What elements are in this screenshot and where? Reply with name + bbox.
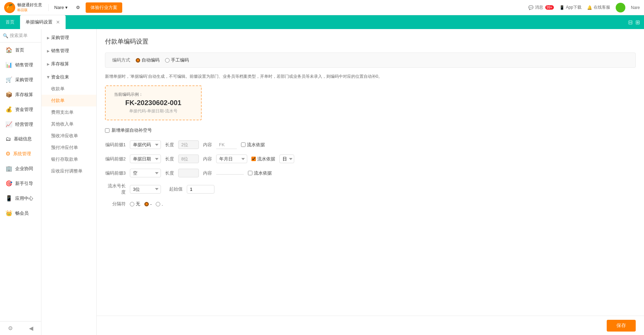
sidebar-item-finance[interactable]: 💰 资金管理 — [0, 102, 41, 117]
save-button[interactable]: 保存 — [607, 320, 636, 332]
sub-item-receipt[interactable]: 收款单 — [41, 83, 96, 95]
auto-encode-radio[interactable] — [136, 58, 140, 63]
online-service-btn[interactable]: 🔔 在线客服 — [587, 4, 610, 10]
prefix2-content-select[interactable]: 年月日 年月 年 — [216, 155, 247, 163]
auto-fill-checkbox[interactable] — [105, 128, 109, 133]
sub-item-prepay-pay[interactable]: 预付冲应付单 — [41, 142, 96, 153]
separator-dot-option[interactable]: . — [156, 202, 163, 207]
manual-encode-option[interactable]: 手工编码 — [165, 57, 189, 63]
prefix3-row: 编码前缀3 空 单据代码 单据日期 长度 内容 流水依据 — [105, 169, 636, 177]
prefix1-liushui-item[interactable]: 流水依据 — [241, 142, 265, 148]
separator-row: 分隔符 无 - . — [105, 201, 636, 207]
app-download-btn[interactable]: 📱 App下载 — [559, 4, 581, 10]
sub-item-expense[interactable]: 费用支出单 — [41, 106, 96, 118]
prefix1-select[interactable]: 单据代码 单据日期 空 — [130, 140, 161, 149]
message-badge: 99+ — [545, 5, 554, 10]
tab-home[interactable]: 首页 — [0, 15, 20, 29]
prefix1-content-label: 内容 — [203, 142, 212, 148]
prefix2-select[interactable]: 单据日期 单据代码 空 — [130, 155, 161, 163]
separator-dash-option[interactable]: - — [144, 202, 152, 207]
prefix3-liushui-checkbox[interactable] — [248, 171, 252, 175]
sidebar-item-business[interactable]: 📈 经营管理 — [0, 117, 41, 132]
separator-none-radio[interactable] — [130, 202, 134, 206]
sub-item-bank-deposit-label: 银行存取款单 — [51, 157, 78, 162]
sidebar-search[interactable]: 🔍 搜索菜单 — [0, 29, 41, 43]
sidebar-item-basic-label: 基础信息 — [14, 136, 32, 142]
prefix2-label: 编码前缀2 — [105, 156, 126, 162]
auto-encode-option[interactable]: 自动编码 — [136, 57, 160, 63]
workspace-dropdown[interactable]: Nare ▾ — [51, 3, 70, 11]
content-inner: 付款单编码设置 编码方式 自动编码 手工编码 新增单据时，'单据编码'自动生成，… — [97, 29, 644, 335]
prefix1-length-label: 长度 — [165, 142, 174, 148]
sidebar-item-system-label: 系统管理 — [13, 151, 31, 157]
separator-dot-radio[interactable] — [156, 202, 160, 206]
sidebar-item-sales[interactable]: 📊 销售管理 — [0, 57, 41, 72]
topbar-right: 💬 消息 99+ 📱 App下载 🔔 在线客服 Nare — [528, 3, 640, 12]
sidebar-item-home-label: 首页 — [15, 47, 24, 53]
prefix2-content-label: 内容 — [203, 156, 212, 162]
prefix3-liushui-item[interactable]: 流水依据 — [248, 170, 272, 176]
start-value-input[interactable] — [187, 185, 214, 194]
sub-group-capital-header[interactable]: ▶ 资金往来 — [41, 71, 96, 83]
sidebar-item-basic[interactable]: 🗂 基础信息 — [0, 132, 41, 146]
tab-close-icon[interactable]: ✕ — [56, 19, 60, 25]
prefix2-liushui-item[interactable]: 流水依据 — [251, 156, 275, 162]
manual-encode-radio[interactable] — [165, 58, 170, 63]
logo-text: 畅捷通好生意 — [17, 2, 42, 8]
minimize-icon[interactable]: ⊟ — [628, 19, 633, 26]
sub-item-prepay-receive[interactable]: 预收冲应收单 — [41, 130, 96, 142]
sidebar-item-system[interactable]: ⚙ 系统管理 — [0, 146, 41, 161]
collapse-icon[interactable]: ◀ — [29, 325, 33, 332]
prefix1-content-value: FK — [216, 141, 237, 149]
sidebar-item-purchase[interactable]: 🛒 采购管理 — [0, 72, 41, 87]
sub-item-bank-deposit[interactable]: 银行存取款单 — [41, 153, 96, 165]
prefix3-select[interactable]: 空 单据代码 单据日期 — [130, 169, 161, 177]
sub-group-purchase-arrow: ▶ — [47, 36, 50, 40]
sub-item-other-income[interactable]: 其他收入单 — [41, 118, 96, 130]
sub-group-capital: ▶ 资金往来 收款单 付款单 费用支出单 其他收入单 预收冲应收单 预付冲应付单… — [41, 71, 96, 177]
sub-group-inventory-header[interactable]: ▶ 库存核算 — [41, 58, 96, 70]
search-label: 搜索菜单 — [10, 32, 28, 39]
prefix3-content-label: 内容 — [203, 170, 212, 176]
separator-none-label: 无 — [136, 201, 140, 207]
prefix1-liushui-label: 流水依据 — [247, 142, 265, 148]
sub-group-capital-label: 资金往来 — [51, 74, 69, 80]
search-icon: 🔍 — [3, 33, 8, 38]
settings-dropdown[interactable]: ⚙ — [73, 3, 83, 11]
avatar[interactable] — [616, 3, 625, 12]
sub-item-payment[interactable]: 付款单 — [41, 95, 96, 106]
prefix2-liushui-checkbox[interactable] — [251, 157, 256, 161]
trial-button[interactable]: 体验行业方案 — [86, 2, 122, 13]
sidebar-item-finance-label: 资金管理 — [15, 106, 33, 113]
sidebar-item-home[interactable]: 🏠 首页 — [0, 43, 41, 57]
sidebar-bottom: ⚙ ◀ — [0, 321, 41, 335]
prefix1-liushui-checkbox[interactable] — [241, 142, 246, 147]
finance-icon: 💰 — [6, 106, 12, 113]
separator-none-option[interactable]: 无 — [130, 201, 140, 207]
sidebar-item-business-label: 经营管理 — [15, 121, 33, 128]
sidebar-item-guide[interactable]: 🎯 新手引导 — [0, 176, 41, 191]
sub-group-sales-header[interactable]: ▶ 销售管理 — [41, 45, 96, 57]
sub-item-other-income-label: 其他收入单 — [51, 121, 74, 127]
encoding-method-label: 编码方式 — [112, 57, 130, 63]
maximize-icon[interactable]: ⊞ — [635, 19, 640, 26]
tab-encoding[interactable]: 单据编码设置 ✕ — [20, 15, 66, 29]
workspace-name: Nare — [54, 5, 64, 10]
serial-length-select[interactable]: 3位 4位 5位 — [130, 185, 161, 194]
message-btn[interactable]: 💬 消息 99+ — [528, 4, 554, 10]
start-value-label: 起始值 — [169, 186, 183, 192]
prefix2-liushui-select[interactable]: 日 月 年 — [279, 155, 294, 163]
sidebar-item-apps[interactable]: 📱 应用中心 — [0, 191, 41, 206]
sub-item-ar-adjustment[interactable]: 应收应付调整单 — [41, 165, 96, 177]
prefix3-length-input — [178, 169, 199, 177]
sidebar-item-member[interactable]: 👑 畅会员 — [0, 206, 41, 221]
sidebar-item-inventory[interactable]: 📦 库存核算 — [0, 87, 41, 102]
sidebar-item-member-label: 畅会员 — [15, 210, 29, 216]
home-icon: 🏠 — [6, 47, 12, 53]
sidebar-item-enterprise[interactable]: 🏢 企业协同 — [0, 161, 41, 176]
prefix2-length-label: 长度 — [165, 156, 174, 162]
sub-group-purchase-header[interactable]: ▶ 采购管理 — [41, 32, 96, 44]
settings-bottom-icon[interactable]: ⚙ — [8, 325, 13, 332]
app-icon: 📱 — [559, 5, 565, 10]
separator-dash-radio[interactable] — [144, 202, 149, 206]
